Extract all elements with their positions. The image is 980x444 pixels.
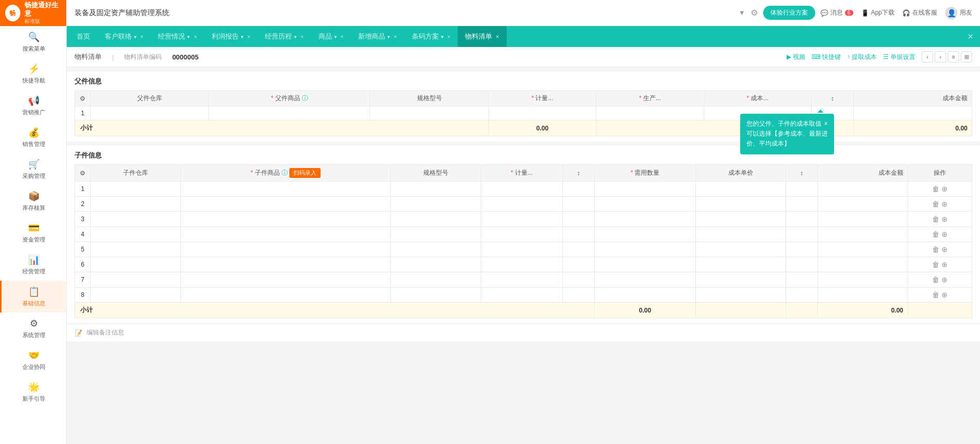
delete-icon-3[interactable]: 🗑 bbox=[932, 215, 939, 223]
tab-bom[interactable]: 物料清单 × bbox=[458, 26, 506, 47]
delete-icon-1[interactable]: 🗑 bbox=[932, 185, 939, 193]
message-item[interactable]: 💬 消息 6 bbox=[820, 8, 853, 17]
tab-barcode[interactable]: 条码方案 ▾ × bbox=[405, 26, 458, 47]
purchase-icon: 🛒 bbox=[28, 159, 40, 170]
child-row-4: 4 🗑 ⊕ bbox=[75, 227, 972, 242]
delete-icon-7[interactable]: 🗑 bbox=[932, 275, 939, 284]
system-dropdown-icon[interactable]: ▼ bbox=[739, 9, 745, 17]
sidebar-item-basic-info[interactable]: 📋 基础信息 bbox=[0, 281, 66, 313]
sidebar-item-operations-mgmt[interactable]: 📊 经营管理 bbox=[0, 249, 66, 281]
child-col-warehouse: 子件仓库 bbox=[91, 165, 181, 182]
sidebar-label-finance: 资金管理 bbox=[22, 236, 45, 244]
copy-icon-1[interactable]: ⊕ bbox=[941, 185, 948, 193]
child-row-2: 2 🗑 ⊕ bbox=[75, 197, 972, 212]
view-action[interactable]: ▶ 视频 bbox=[787, 53, 805, 62]
sidebar-item-system[interactable]: ⚙ 系统管理 bbox=[0, 313, 66, 344]
parent-section-title: 父件信息 bbox=[75, 77, 972, 86]
parent-col-unit: * 计量... bbox=[488, 91, 596, 106]
shortcut-action[interactable]: ⌨ 快捷键 bbox=[812, 53, 841, 62]
marketing-icon: 📢 bbox=[28, 95, 40, 106]
tab-new-goods[interactable]: 新增商品 ▾ × bbox=[351, 26, 404, 47]
close-all-icon[interactable]: × bbox=[963, 31, 977, 42]
list-view-btn[interactable]: ≡ bbox=[948, 51, 959, 63]
message-badge: 6 bbox=[845, 10, 853, 16]
video-icon: ▶ bbox=[787, 53, 791, 61]
copy-icon-6[interactable]: ⊕ bbox=[941, 260, 948, 269]
child-col-goods: * 子件商品 ⓘ 扫码录入 bbox=[180, 165, 390, 182]
app-download-item[interactable]: 📱 App下载 bbox=[861, 8, 895, 17]
scan-btn[interactable]: 扫码录入 bbox=[289, 168, 321, 178]
tooltip-box: × 您的父件、子件的成本取值可以选择【参考成本、最新进价、平均成本】 bbox=[740, 114, 834, 154]
settings-icon[interactable]: ⚙ bbox=[751, 8, 758, 18]
delete-icon-5[interactable]: 🗑 bbox=[932, 245, 939, 254]
sidebar-item-search[interactable]: 🔍 搜索菜单 bbox=[0, 26, 66, 58]
sidebar-item-quick-nav[interactable]: ⚡ 快捷导航 bbox=[0, 58, 66, 90]
topbar-right: 💬 消息 6 📱 App下载 🎧 在线客服 👤 用友 bbox=[820, 7, 972, 19]
child-row-5: 5 🗑 ⊕ bbox=[75, 242, 972, 257]
child-col-spec: 规格型号 bbox=[391, 165, 481, 182]
copy-icon-4[interactable]: ⊕ bbox=[941, 230, 948, 238]
copy-icon-7[interactable]: ⊕ bbox=[941, 275, 948, 284]
app-name: 畅捷通好生意 bbox=[24, 1, 61, 17]
sidebar-label-purchase: 采购管理 bbox=[22, 172, 45, 180]
enterprise-icon: 🤝 bbox=[28, 350, 40, 361]
child-col-settings[interactable]: ⚙ bbox=[75, 165, 91, 182]
child-col-unit: * 计量... bbox=[481, 165, 562, 182]
breadcrumb-bom[interactable]: 物料清单 bbox=[75, 52, 102, 62]
inventory-icon: 📦 bbox=[28, 190, 40, 202]
child-row-7: 7 🗑 ⊕ bbox=[75, 272, 972, 287]
grid-view-btn[interactable]: ⊞ bbox=[961, 51, 972, 63]
sidebar-item-finance[interactable]: 💳 资金管理 bbox=[0, 217, 66, 249]
copy-icon-5[interactable]: ⊕ bbox=[941, 245, 948, 254]
child-col-cost-amount: 成本金额 bbox=[817, 165, 908, 182]
user-item[interactable]: 👤 用友 bbox=[945, 7, 972, 19]
copy-icon-3[interactable]: ⊕ bbox=[941, 215, 948, 223]
copy-icon-2[interactable]: ⊕ bbox=[941, 200, 948, 208]
parent-col-cost-amount: 成本金额 bbox=[853, 91, 972, 106]
sidebar-item-guide[interactable]: 🌟 新手引导 bbox=[0, 376, 66, 408]
tooltip-close-btn[interactable]: × bbox=[824, 119, 828, 129]
quick-nav-icon: ⚡ bbox=[28, 63, 40, 75]
nav-buttons: ‹ › ≡ ⊞ bbox=[922, 51, 972, 63]
sidebar-item-marketing[interactable]: 📢 营销推广 bbox=[0, 90, 66, 122]
parent-col-spec: 规格型号 bbox=[370, 91, 488, 106]
tab-operations[interactable]: 经营情况 ▾ × bbox=[151, 26, 204, 47]
search-icon: 🔍 bbox=[28, 31, 40, 43]
delete-icon-4[interactable]: 🗑 bbox=[932, 230, 939, 238]
parent-info-section: 父件信息 ⚙ 父件仓库 * 父件商品 ⓘ 规格型号 * 计量... * 生产..… bbox=[67, 71, 980, 141]
child-col-sort: ↕ bbox=[562, 165, 594, 182]
single-settings-action[interactable]: ☰ 单据设置 bbox=[883, 53, 915, 62]
tab-customer[interactable]: 客户联络 ▾ × bbox=[97, 26, 151, 47]
sidebar-item-sales[interactable]: 💰 销售管理 bbox=[0, 122, 66, 153]
trial-btn[interactable]: 体验行业方案 bbox=[763, 6, 815, 20]
next-btn[interactable]: › bbox=[935, 51, 946, 63]
online-service-item[interactable]: 🎧 在线客服 bbox=[902, 8, 937, 17]
tab-profit[interactable]: 利润报告 ▾ × bbox=[204, 26, 258, 47]
sidebar-label-marketing: 营销推广 bbox=[22, 109, 45, 116]
sidebar-item-purchase[interactable]: 🛒 采购管理 bbox=[0, 153, 66, 185]
child-col-qty: * 需用数量 bbox=[594, 165, 695, 182]
sales-icon: 💰 bbox=[28, 127, 40, 138]
delete-icon-2[interactable]: 🗑 bbox=[932, 200, 939, 208]
phone-icon: 📱 bbox=[861, 9, 869, 17]
keyboard-icon: ⌨ bbox=[812, 53, 820, 61]
note-icon: 📝 bbox=[75, 329, 82, 337]
tab-home[interactable]: 首页 bbox=[69, 26, 97, 47]
basic-info-icon: 📋 bbox=[28, 286, 40, 297]
sidebar-label-operations-mgmt: 经营管理 bbox=[22, 268, 45, 275]
extract-cost-action[interactable]: ↑ 提取成本 bbox=[847, 53, 877, 62]
sidebar-nav: 🔍 搜索菜单⚡ 快捷导航📢 营销推广💰 销售管理🛒 采购管理📦 库存核算💳 资金… bbox=[0, 26, 66, 408]
sidebar-label-quick-nav: 快捷导航 bbox=[22, 77, 45, 85]
copy-icon-8[interactable]: ⊕ bbox=[941, 291, 948, 299]
parent-col-settings[interactable]: ⚙ bbox=[75, 91, 91, 106]
sidebar-item-enterprise[interactable]: 🤝 企业协同 bbox=[0, 344, 66, 376]
sidebar-item-inventory[interactable]: 📦 库存核算 bbox=[0, 185, 66, 217]
delete-icon-8[interactable]: 🗑 bbox=[932, 291, 939, 299]
tab-goods[interactable]: 商品 ▾ × bbox=[311, 26, 351, 47]
parent-row-1: 1 bbox=[75, 106, 972, 121]
operations-mgmt-icon: 📊 bbox=[28, 254, 40, 266]
tab-history[interactable]: 经营历程 ▾ × bbox=[258, 26, 311, 47]
parent-col-warehouse: 父件仓库 bbox=[91, 91, 209, 106]
delete-icon-6[interactable]: 🗑 bbox=[932, 260, 939, 269]
prev-btn[interactable]: ‹ bbox=[922, 51, 933, 63]
